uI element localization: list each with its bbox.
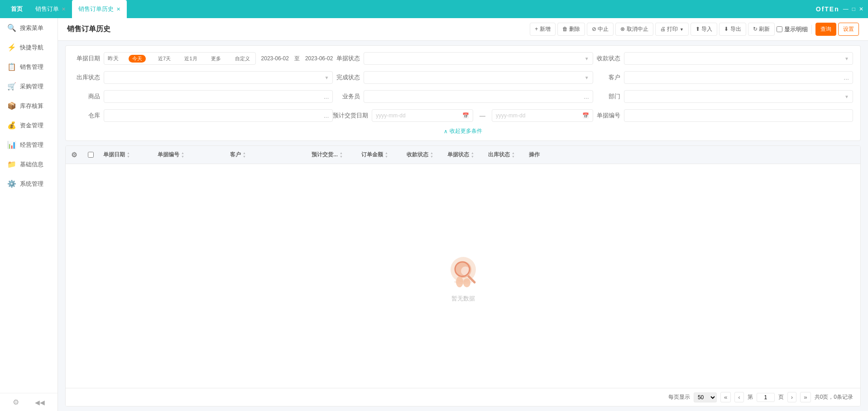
date-7days[interactable]: 近7天 bbox=[156, 55, 173, 63]
th-sn-sort[interactable]: ▲▼ bbox=[181, 151, 184, 158]
purchase-icon: 🛒 bbox=[7, 82, 16, 91]
tabs-area: 首页 销售订单 ✕ 销售订单历史 ✕ bbox=[5, 0, 127, 18]
filter-salesperson: 业务员 ... bbox=[333, 89, 593, 104]
sidebar-item-inventory[interactable]: 📦 库存核算 bbox=[0, 96, 58, 116]
dept-label: 部门 bbox=[593, 92, 620, 101]
th-sn[interactable]: 单据编号 ▲▼ bbox=[153, 151, 225, 159]
settings-button[interactable]: 设置 bbox=[838, 23, 859, 36]
sidebar-collapse-icon[interactable]: ◀◀ bbox=[35, 399, 45, 406]
salesperson-input[interactable]: ... bbox=[364, 90, 593, 103]
first-page-button[interactable]: « bbox=[720, 392, 731, 402]
goods-input[interactable]: ... bbox=[104, 90, 333, 103]
next-page-button[interactable]: › bbox=[787, 392, 796, 402]
delivery-to-input[interactable]: yyyy-mm-dd 📅 bbox=[492, 109, 593, 122]
complete-status-select[interactable]: ▼ bbox=[364, 71, 593, 84]
th-amount[interactable]: 订单金额 ▲▼ bbox=[357, 151, 402, 159]
th-customer-sort[interactable]: ▲▼ bbox=[243, 151, 246, 158]
sidebar-item-system[interactable]: ⚙️ 系统管理 bbox=[0, 174, 58, 193]
sidebar-settings-icon[interactable]: ⚙ bbox=[13, 398, 19, 406]
th-delivery[interactable]: 预计交货... ▲▼ bbox=[307, 151, 357, 159]
tab-sales-order-history[interactable]: 销售订单历史 ✕ bbox=[72, 0, 127, 18]
date-yesterday[interactable]: 昨天 bbox=[108, 55, 119, 63]
warehouse-ellipsis[interactable]: ... bbox=[324, 112, 329, 119]
quick-nav-icon: ⚡ bbox=[7, 43, 16, 52]
th-date-label: 单据日期 bbox=[103, 151, 125, 159]
print-dropdown-icon[interactable]: ▼ bbox=[680, 27, 684, 32]
filter-order-status: 单据状态 ▼ bbox=[333, 51, 593, 66]
goods-ellipsis[interactable]: ... bbox=[324, 93, 329, 100]
tab-sales-order-close[interactable]: ✕ bbox=[62, 6, 66, 12]
calendar-from-icon[interactable]: 📅 bbox=[462, 112, 469, 119]
date-custom[interactable]: 自定义 bbox=[233, 55, 252, 63]
tab-sales-order-history-close[interactable]: ✕ bbox=[116, 6, 120, 12]
sidebar-item-search[interactable]: 🔍 搜索菜单 bbox=[0, 18, 58, 38]
sidebar-item-basic-info[interactable]: 📁 基础信息 bbox=[0, 155, 58, 174]
order-status-select[interactable]: ▼ bbox=[364, 52, 593, 65]
filter-order-no: 单据编号 bbox=[593, 108, 853, 123]
content-area: 销售订单历史 + 新增 🗑 删除 ⊘ 中止 ⊗ 取消中止 🖨 打印 ▼ ⬆ 导入… bbox=[58, 18, 868, 411]
th-out-status-sort[interactable]: ▲▼ bbox=[512, 151, 515, 158]
th-amount-sort[interactable]: ▲▼ bbox=[385, 151, 388, 158]
new-button[interactable]: + 新增 bbox=[530, 23, 555, 36]
page-number-input[interactable] bbox=[757, 393, 775, 402]
table-area: ⚙ 单据日期 ▲▼ 单据编号 ▲▼ 客户 ▲▼ 预计交货... bbox=[65, 145, 861, 406]
select-all-checkbox[interactable] bbox=[88, 152, 94, 158]
payment-status-select[interactable]: ▼ bbox=[624, 52, 853, 65]
date-more[interactable]: 更多 bbox=[209, 55, 223, 63]
th-order-status-sort[interactable]: ▲▼ bbox=[471, 151, 474, 158]
filter-goods: 商品 ... bbox=[73, 89, 333, 104]
sidebar-item-quick-nav[interactable]: ⚡ 快捷导航 bbox=[0, 38, 58, 57]
out-status-label: 出库状态 bbox=[73, 73, 100, 82]
filter-row-1: 单据日期 昨天 今天 近7天 近1月 更多 自定义 2023-06-02 至 2… bbox=[73, 51, 853, 66]
sidebar-item-purchase[interactable]: 🛒 采购管理 bbox=[0, 77, 58, 96]
calendar-to-icon[interactable]: 📅 bbox=[582, 112, 589, 119]
sidebar-item-finance[interactable]: 💰 资金管理 bbox=[0, 116, 58, 135]
tab-home[interactable]: 首页 bbox=[5, 0, 29, 18]
out-status-select[interactable]: ▼ bbox=[104, 71, 333, 84]
top-right-controls: OfTEn — □ ✕ bbox=[816, 5, 863, 13]
date-range-input[interactable]: 昨天 今天 近7天 近1月 更多 自定义 bbox=[104, 52, 256, 65]
maximize-button[interactable]: □ bbox=[852, 6, 855, 12]
refresh-button[interactable]: ↻ 刷新 bbox=[748, 23, 775, 36]
export-button[interactable]: ⬇ 导出 bbox=[719, 23, 746, 36]
order-status-label: 单据状态 bbox=[333, 54, 360, 63]
date-today[interactable]: 今天 bbox=[129, 55, 146, 63]
date-1month[interactable]: 近1月 bbox=[182, 55, 199, 63]
th-out-status[interactable]: 出库状态 ▲▼ bbox=[484, 151, 524, 159]
dept-select[interactable]: ▼ bbox=[624, 90, 853, 103]
sidebar-item-sales[interactable]: 📋 销售管理 bbox=[0, 57, 58, 77]
stop-button[interactable]: ⊘ 中止 bbox=[587, 23, 614, 36]
th-customer[interactable]: 客户 ▲▼ bbox=[225, 151, 307, 159]
last-page-button[interactable]: » bbox=[800, 392, 810, 402]
tab-sales-order[interactable]: 销售订单 ✕ bbox=[29, 0, 72, 18]
delivery-from-input[interactable]: yyyy-mm-dd 📅 bbox=[372, 109, 473, 122]
customer-input[interactable]: ... bbox=[624, 71, 853, 84]
delete-button[interactable]: 🗑 删除 bbox=[557, 23, 585, 36]
salesperson-ellipsis[interactable]: ... bbox=[584, 93, 589, 100]
th-order-status[interactable]: 单据状态 ▲▼ bbox=[443, 151, 484, 159]
th-date-sort[interactable]: ▲▼ bbox=[127, 151, 130, 158]
th-delivery-sort[interactable]: ▲▼ bbox=[340, 151, 343, 158]
th-pay-status[interactable]: 收款状态 ▲▼ bbox=[402, 151, 443, 159]
th-date[interactable]: 单据日期 ▲▼ bbox=[99, 151, 153, 159]
delivery-to-placeholder: yyyy-mm-dd bbox=[496, 112, 525, 119]
date-label: 单据日期 bbox=[73, 54, 100, 63]
prev-page-button[interactable]: ‹ bbox=[734, 392, 743, 402]
table-settings-icon[interactable]: ⚙ bbox=[66, 151, 82, 159]
warehouse-input[interactable]: ... bbox=[104, 109, 333, 122]
th-pay-status-sort[interactable]: ▲▼ bbox=[430, 151, 433, 158]
import-button[interactable]: ⬆ 导入 bbox=[691, 23, 717, 36]
cancel-stop-button[interactable]: ⊗ 取消中止 bbox=[615, 23, 653, 36]
filter-row-3: 商品 ... 业务员 ... 部门 bbox=[73, 89, 853, 104]
order-no-input[interactable] bbox=[624, 109, 853, 122]
print-button[interactable]: 🖨 打印 ▼ bbox=[655, 23, 689, 36]
query-button[interactable]: 查询 bbox=[815, 23, 836, 36]
close-button[interactable]: ✕ bbox=[859, 6, 863, 12]
per-page-select[interactable]: 50 20 100 bbox=[694, 392, 717, 402]
show-detail-checkbox[interactable] bbox=[777, 26, 782, 32]
sidebar-item-sales-label: 销售管理 bbox=[20, 63, 43, 71]
collapse-row[interactable]: ∧ 收起更多条件 bbox=[73, 127, 853, 135]
sidebar-item-operations[interactable]: 📊 经营管理 bbox=[0, 135, 58, 155]
customer-ellipsis[interactable]: ... bbox=[844, 74, 849, 81]
minimize-button[interactable]: — bbox=[843, 6, 849, 12]
